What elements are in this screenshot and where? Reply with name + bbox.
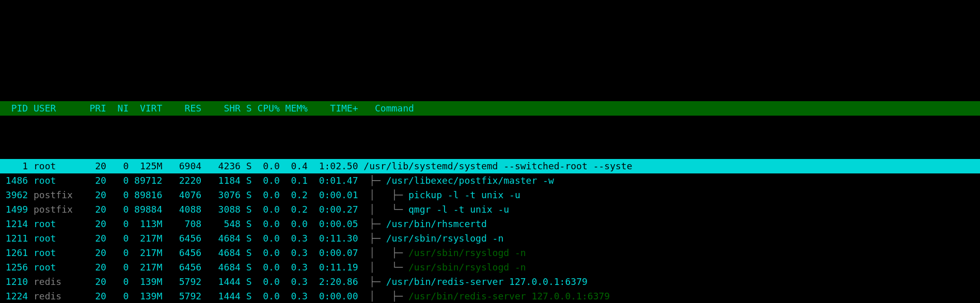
col-time[interactable]: TIME+ — [308, 101, 358, 116]
process-row[interactable]: 1224redis200139M57921444S0.00.30:00.00 │… — [0, 289, 980, 303]
process-command: │ ├─ pickup -l -t unix -u — [358, 188, 980, 202]
column-header-row: PID USER PRI NI VIRT RES SHR S CPU% MEM%… — [0, 101, 980, 116]
tree-branch-icon: │ ├─ — [363, 291, 408, 301]
process-user: postfix — [34, 202, 84, 217]
process-row[interactable]: 1211root200217M64564684S0.00.30:11.30 ├─… — [0, 231, 980, 246]
process-user: root — [34, 231, 84, 246]
process-command: ├─ /usr/bin/redis-server 127.0.0.1:6379 — [358, 275, 980, 289]
process-user: root — [34, 159, 84, 173]
process-row[interactable]: 1root200125M69044236S0.00.41:02.50/usr/l… — [0, 159, 980, 173]
process-user: root — [34, 217, 84, 231]
process-user: redis — [34, 275, 84, 289]
process-user: root — [34, 260, 84, 275]
process-user: redis — [34, 289, 84, 303]
col-user[interactable]: USER — [34, 101, 84, 116]
tree-branch-icon: │ ├─ — [363, 247, 408, 258]
process-command: ├─ /usr/libexec/postfix/master -w — [358, 173, 980, 188]
col-pid[interactable]: PID — [0, 101, 34, 116]
col-command[interactable]: Command — [358, 101, 980, 116]
process-command: │ ├─ /usr/bin/redis-server 127.0.0.1:637… — [358, 289, 980, 303]
process-row[interactable]: 1210redis200139M57921444S0.00.32:20.86 ├… — [0, 275, 980, 289]
process-user: root — [34, 173, 84, 188]
process-row[interactable]: 1486root2008971222201184S0.00.10:01.47 ├… — [0, 173, 980, 188]
col-ni[interactable]: NI — [106, 101, 129, 116]
tree-branch-icon: ├─ — [363, 276, 386, 287]
col-s[interactable]: S — [241, 101, 252, 116]
process-command: │ ├─ /usr/sbin/rsyslogd -n — [358, 246, 980, 260]
process-command: /usr/lib/systemd/systemd --switched-root… — [358, 159, 980, 173]
tree-branch-icon: │ ├─ — [363, 189, 408, 200]
process-row[interactable]: 1214root200113M708548S0.00.00:00.05 ├─ /… — [0, 217, 980, 231]
process-command: ├─ /usr/sbin/rsyslogd -n — [358, 231, 980, 246]
col-res[interactable]: RES — [162, 101, 201, 116]
tree-branch-icon: ├─ — [363, 218, 386, 229]
process-row[interactable]: 1261root200217M64564684S0.00.30:00.07 │ … — [0, 246, 980, 260]
tree-branch-icon: │ └─ — [363, 204, 408, 215]
tree-branch-icon: │ └─ — [363, 262, 408, 273]
process-user: postfix — [34, 188, 84, 202]
process-list[interactable]: 1root200125M69044236S0.00.41:02.50/usr/l… — [0, 159, 980, 303]
process-user: root — [34, 246, 84, 260]
process-row[interactable]: 3962postfix2008981640763076S0.00.20:00.0… — [0, 188, 980, 202]
process-row[interactable]: 1499postfix2008988440883088S0.00.20:00.2… — [0, 202, 980, 217]
col-pri[interactable]: PRI — [84, 101, 106, 116]
col-shr[interactable]: SHR — [201, 101, 241, 116]
col-cpu[interactable]: CPU% — [252, 101, 280, 116]
process-row[interactable]: 1256root200217M64564684S0.00.30:11.19 │ … — [0, 260, 980, 275]
tree-branch-icon: ├─ — [363, 175, 386, 186]
tree-branch-icon: ├─ — [363, 233, 386, 244]
process-command: │ └─ /usr/sbin/rsyslogd -n — [358, 260, 980, 275]
col-mem[interactable]: MEM% — [280, 101, 308, 116]
htop-terminal: PID USER PRI NI VIRT RES SHR S CPU% MEM%… — [0, 58, 980, 303]
process-command: │ └─ qmgr -l -t unix -u — [358, 202, 980, 217]
col-virt[interactable]: VIRT — [129, 101, 162, 116]
process-command: ├─ /usr/bin/rhsmcertd — [358, 217, 980, 231]
